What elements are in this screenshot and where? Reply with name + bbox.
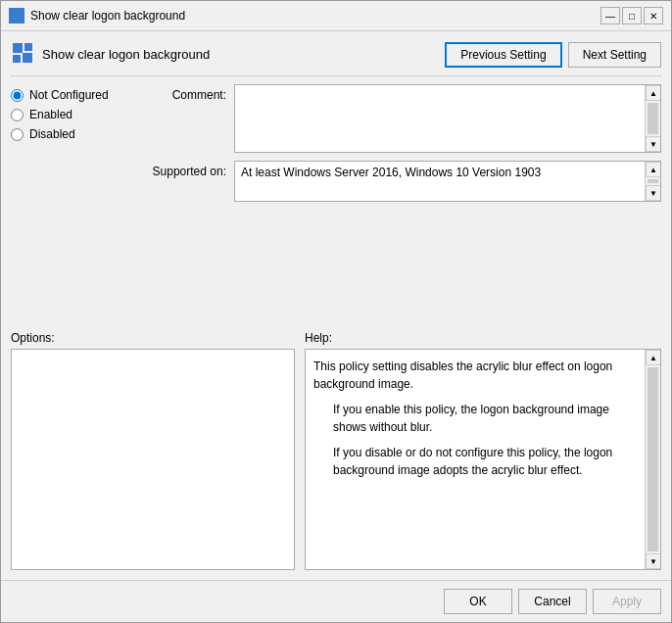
help-label: Help:: [305, 331, 661, 345]
supported-on-row: Supported on: At least Windows Server 20…: [148, 161, 661, 202]
svg-rect-0: [10, 9, 16, 15]
comment-scroll-up[interactable]: ▲: [646, 85, 661, 101]
prev-setting-button[interactable]: Previous Setting: [445, 42, 561, 68]
not-configured-label: Not Configured: [29, 88, 109, 102]
next-setting-button[interactable]: Next Setting: [568, 42, 661, 68]
help-scroll-up[interactable]: ▲: [646, 350, 661, 365]
not-configured-radio[interactable]: [11, 89, 24, 102]
enabled-label: Enabled: [29, 108, 72, 121]
disabled-radio[interactable]: [11, 128, 24, 141]
not-configured-option[interactable]: Not Configured: [11, 88, 138, 102]
window-title: Show clear logon background: [30, 9, 185, 23]
comment-textarea[interactable]: [235, 85, 645, 152]
close-button[interactable]: ✕: [644, 7, 663, 24]
header-left: Show clear logon background: [11, 41, 210, 68]
apply-button[interactable]: Apply: [593, 589, 661, 614]
supported-scroll-down[interactable]: ▼: [646, 185, 661, 201]
svg-rect-6: [13, 55, 21, 63]
policy-icon: [11, 41, 34, 68]
cancel-button[interactable]: Cancel: [518, 589, 587, 614]
right-panel: Comment: ▲ ▼ Supported on: At least: [148, 84, 661, 323]
comment-row: Comment: ▲ ▼: [148, 84, 661, 153]
supported-value: At least Windows Server 2016, Windows 10…: [235, 162, 645, 201]
section-labels: Options: Help:: [11, 331, 661, 345]
comment-scroll-down[interactable]: ▼: [646, 136, 661, 152]
left-panel: Not Configured Enabled Disabled: [11, 84, 138, 323]
header-title: Show clear logon background: [42, 47, 210, 62]
supported-scroll-thumb: [648, 179, 658, 183]
help-scrollbar: ▲ ▼: [645, 350, 660, 569]
supported-scroll-up[interactable]: ▲: [646, 162, 661, 177]
supported-scrollbar: ▲ ▼: [645, 162, 660, 201]
disabled-option[interactable]: Disabled: [11, 127, 138, 141]
comment-scroll-thumb: [648, 103, 658, 134]
supported-box: At least Windows Server 2016, Windows 10…: [234, 161, 661, 202]
help-panel: This policy setting disables the acrylic…: [305, 349, 661, 570]
options-panel: [11, 349, 295, 570]
help-scroll-down[interactable]: ▼: [646, 553, 661, 569]
minimize-button[interactable]: —: [600, 7, 620, 24]
enabled-radio[interactable]: [11, 109, 24, 121]
comment-label: Comment:: [148, 84, 226, 102]
bottom-section: Options: Help: This policy setting disab…: [11, 331, 661, 570]
help-scroll-thumb: [648, 367, 658, 551]
title-bar-left: Show clear logon background: [9, 8, 185, 24]
title-controls: — □ ✕: [600, 7, 663, 24]
enabled-option[interactable]: Enabled: [11, 108, 138, 121]
svg-rect-5: [24, 43, 32, 51]
options-label: Options:: [11, 331, 305, 345]
main-area: Not Configured Enabled Disabled Comm: [11, 84, 661, 323]
footer: OK Cancel Apply: [1, 580, 671, 622]
maximize-button[interactable]: □: [622, 7, 642, 24]
comment-scrollbar: ▲ ▼: [645, 85, 660, 152]
svg-rect-2: [10, 17, 16, 23]
help-paragraph-2: If you enable this policy, the logon bac…: [333, 401, 637, 436]
panels-row: This policy setting disables the acrylic…: [11, 349, 661, 570]
svg-rect-4: [13, 43, 23, 53]
svg-rect-1: [18, 9, 24, 15]
header-row: Show clear logon background Previous Set…: [11, 41, 661, 76]
svg-rect-3: [18, 17, 24, 23]
header-buttons: Previous Setting Next Setting: [445, 42, 661, 68]
svg-rect-7: [23, 53, 32, 63]
ok-button[interactable]: OK: [444, 589, 512, 614]
disabled-label: Disabled: [29, 127, 75, 141]
comment-container: ▲ ▼: [234, 84, 661, 153]
window-icon: [9, 8, 24, 24]
main-window: Show clear logon background — □ ✕ Show c: [0, 0, 672, 623]
radio-group: Not Configured Enabled Disabled: [11, 88, 138, 141]
supported-label: Supported on:: [148, 161, 226, 178]
help-paragraph-3: If you disable or do not configure this …: [333, 444, 637, 479]
content-area: Show clear logon background Previous Set…: [1, 31, 671, 580]
help-paragraph-1: This policy setting disables the acrylic…: [313, 358, 637, 393]
title-bar: Show clear logon background — □ ✕: [1, 1, 671, 31]
help-content: This policy setting disables the acrylic…: [306, 350, 645, 569]
